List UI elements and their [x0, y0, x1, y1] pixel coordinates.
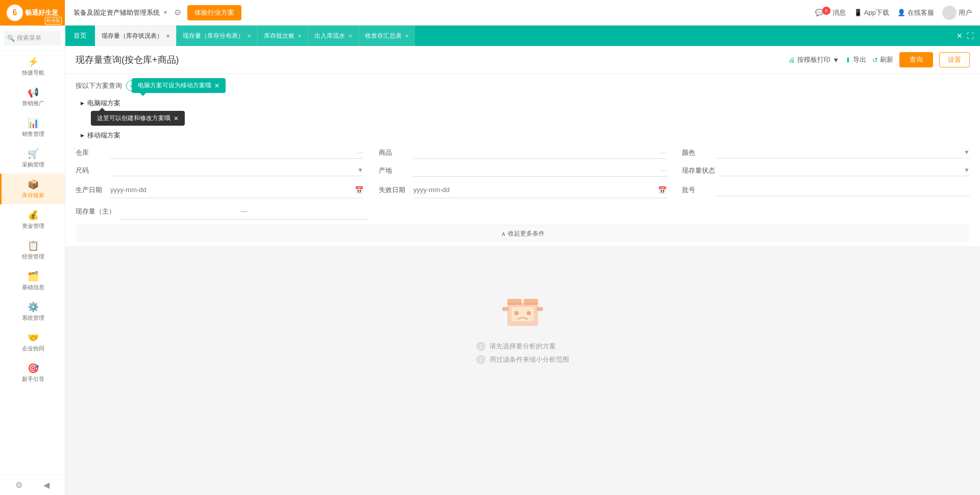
- inventory-label: 库存核算: [22, 192, 44, 199]
- expire-date-input[interactable]: [413, 184, 658, 196]
- collapse-bar[interactable]: ∧ 收起更多条件: [76, 225, 970, 242]
- inventory-icon: 📦: [28, 179, 39, 190]
- color-select[interactable]: ▼: [717, 147, 970, 158]
- sidebar-item-finance[interactable]: 💰 资金管理: [0, 204, 65, 235]
- close-all-icon[interactable]: ✕: [957, 32, 963, 40]
- desktop-scheme-row[interactable]: ▶ 电脑端方案: [81, 97, 970, 110]
- page-content: 现存量查询(按仓库+商品) 🖨 按模板打印 ▼ ⬇ 导出 ↺ 刷新 查询 设置: [65, 46, 980, 495]
- empty-steps: 1 请先选择要分析的方案 2 用过滤条件来缩小分析范围: [476, 340, 569, 366]
- expire-date-calendar-icon[interactable]: 📅: [658, 186, 667, 194]
- tab-home[interactable]: 首页: [65, 26, 95, 46]
- prod-date-input[interactable]: [110, 184, 355, 196]
- top-header: 装备及固定资产辅助管理系统 ▼ ⚙ 体验行业方案 💬 6 消息 📱 App下载 …: [65, 0, 980, 26]
- stock-main-to-input[interactable]: [252, 205, 369, 217]
- print-button[interactable]: 🖨 按模板打印 ▼: [789, 55, 839, 64]
- operations-icon: 📋: [28, 240, 39, 251]
- close-tab-batch-account[interactable]: ✕: [298, 33, 302, 39]
- user-label: 用户: [959, 8, 972, 17]
- sidebar-bottom: ⚙ ◀: [0, 475, 65, 495]
- search-menu-button[interactable]: 🔍 搜索菜单: [4, 31, 61, 45]
- stock-main-from-input[interactable]: [119, 205, 237, 217]
- close-tab-collect-summary[interactable]: ✕: [405, 33, 409, 39]
- tab-inventory-dist[interactable]: 现存量（库存分布表） ✕: [176, 26, 257, 46]
- sidebar-item-marketing[interactable]: 📢 营销推广: [0, 82, 65, 112]
- marketing-label: 营销推广: [22, 100, 44, 107]
- message-item[interactable]: 💬 6 消息: [815, 8, 846, 17]
- enterprise-label: 企业协同: [22, 345, 44, 352]
- maximize-icon[interactable]: ⛶: [967, 32, 974, 40]
- filter-color: 颜色 ▼: [682, 146, 970, 159]
- enterprise-icon: 🤝: [28, 332, 39, 343]
- tab-collect-summary[interactable]: 收发存汇总表 ✕: [358, 26, 415, 46]
- refresh-button[interactable]: ↺ 刷新: [872, 55, 893, 64]
- prod-date-label: 生产日期: [76, 185, 106, 195]
- close-tab-inventory-dist[interactable]: ✕: [247, 33, 251, 39]
- filter-origin: 产地 ···: [379, 164, 667, 177]
- newbie-icon: 🎯: [28, 363, 39, 374]
- user-item[interactable]: 用户: [942, 6, 972, 20]
- origin-select[interactable]: ···: [413, 164, 667, 177]
- page-title: 现存量查询(按仓库+商品): [76, 54, 179, 66]
- export-button[interactable]: ⬇ 导出: [845, 55, 866, 64]
- filter-expire-date: 失效日期 📅: [379, 182, 667, 198]
- mobile-expand-icon[interactable]: ▶: [81, 133, 84, 138]
- sidebar-item-operations[interactable]: 📋 经营管理: [0, 235, 65, 266]
- sidebar-item-inventory[interactable]: 📦 库存核算: [0, 174, 65, 204]
- close-tab-in-out-flow[interactable]: ✕: [348, 33, 352, 39]
- filter-header-label: 按以下方案查询: [76, 81, 122, 90]
- filter-stock-state: 现存量状态 ▼: [682, 164, 970, 177]
- export-icon: ⬇: [845, 56, 851, 64]
- goods-select[interactable]: ···: [413, 146, 667, 159]
- sidebar-item-basic[interactable]: 🗂️ 基础信息: [0, 266, 65, 296]
- origin-label: 产地: [379, 166, 409, 175]
- sidebar-search[interactable]: 🔍 搜索菜单: [0, 26, 65, 51]
- warehouse-select[interactable]: ···: [110, 146, 363, 159]
- svg-rect-1: [507, 299, 522, 305]
- settings-icon[interactable]: ⚙: [174, 8, 181, 17]
- search-button[interactable]: 查询: [899, 52, 933, 67]
- close-tab-inventory-status[interactable]: ✕: [166, 33, 170, 39]
- stock-state-select[interactable]: ▼: [719, 164, 970, 176]
- message-badge: 6: [822, 7, 830, 15]
- tab-batch-account[interactable]: 库存批次账 ✕: [257, 26, 308, 46]
- sidebar-item-system[interactable]: ⚙️ 系统管理: [0, 296, 65, 327]
- size-select[interactable]: ▼: [110, 164, 363, 176]
- filter-section: 按以下方案查询 + ↺ « 电脑方案可设为移动方案哦 ✕ ▶ 电脑端方案: [65, 74, 980, 247]
- collapse-sidebar-icon[interactable]: ◀: [43, 480, 50, 490]
- svg-rect-2: [524, 299, 538, 305]
- sidebar-item-quick-nav[interactable]: ⚡ 快捷导航: [0, 51, 65, 82]
- mobile-scheme-row[interactable]: ▶ 移动端方案: [81, 129, 970, 142]
- chevron-down-icon: ▼: [163, 10, 168, 15]
- batch-no-input[interactable]: [717, 184, 970, 196]
- print-chevron-icon: ▼: [832, 56, 839, 64]
- finance-label: 资金管理: [22, 222, 44, 230]
- tooltip-text-2: 这里可以创建和修改方案哦: [97, 114, 170, 123]
- expire-date-label: 失效日期: [379, 185, 409, 195]
- tooltip-text-1: 电脑方案可设为移动方案哦: [138, 81, 211, 90]
- tooltip-close-icon[interactable]: ✕: [214, 82, 219, 89]
- filter-batch-no: 批号: [682, 182, 970, 198]
- tooltip2-close-icon[interactable]: ✕: [174, 115, 179, 122]
- desktop-expand-icon[interactable]: ▶: [81, 101, 84, 106]
- page-title-bar: 现存量查询(按仓库+商品) 🖨 按模板打印 ▼ ⬇ 导出 ↺ 刷新 查询 设置: [65, 46, 980, 74]
- step-2: 2 用过滤条件来缩小分析范围: [476, 353, 569, 366]
- color-chevron-icon: ▼: [964, 149, 970, 156]
- settings-bottom-icon[interactable]: ⚙: [15, 480, 22, 490]
- prod-date-calendar-icon[interactable]: 📅: [355, 186, 363, 194]
- sidebar-item-purchase[interactable]: 🛒 采购管理: [0, 143, 65, 174]
- online-service-item[interactable]: 👤 在线客服: [897, 8, 934, 17]
- tab-in-out-flow[interactable]: 出入库流水 ✕: [308, 26, 358, 46]
- sidebar-item-enterprise[interactable]: 🤝 企业协同: [0, 327, 65, 358]
- sidebar-item-sales[interactable]: 📊 销售管理: [0, 112, 65, 143]
- app-download-item[interactable]: 📱 App下载: [854, 8, 889, 17]
- range-dash: —: [241, 207, 248, 215]
- tab-inventory-status[interactable]: 现存量（库存状况表） ✕: [95, 26, 176, 46]
- trial-button[interactable]: 体验行业方案: [187, 5, 241, 20]
- sidebar-item-newbie[interactable]: 🎯 新手引导: [0, 358, 65, 388]
- stock-state-label: 现存量状态: [682, 166, 715, 175]
- search-icon: 🔍: [7, 35, 15, 42]
- setting-button[interactable]: 设置: [939, 52, 970, 67]
- step-1-text: 请先选择要分析的方案: [489, 340, 556, 353]
- newbie-label: 新手引导: [22, 375, 44, 383]
- filter-row-3: 生产日期 📅 失效日期 📅 批号: [76, 182, 970, 198]
